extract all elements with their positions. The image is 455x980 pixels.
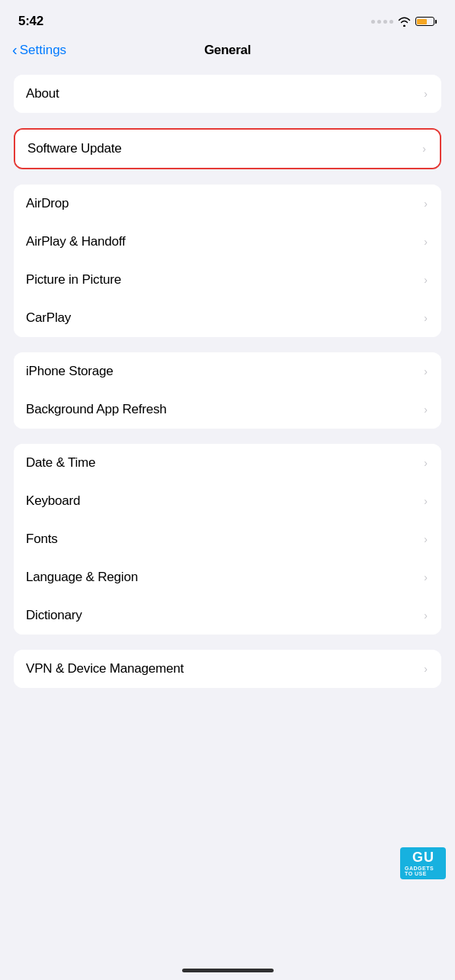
home-indicator (182, 969, 274, 972)
settings-list: About›Software Update›AirDrop›AirPlay & … (0, 67, 455, 711)
settings-item-label-fonts: Fonts (26, 532, 58, 547)
chevron-right-icon: › (424, 663, 428, 675)
chevron-right-icon: › (424, 274, 428, 286)
settings-item-label-background-app-refresh: Background App Refresh (26, 402, 167, 417)
settings-item-label-about: About (26, 86, 59, 101)
chevron-right-icon: › (424, 312, 428, 324)
settings-item-fonts[interactable]: Fonts› (14, 520, 441, 558)
page-title: General (204, 43, 251, 58)
section-software-update: Software Update› (14, 128, 441, 169)
chevron-right-icon: › (424, 609, 428, 622)
settings-item-keyboard[interactable]: Keyboard› (14, 482, 441, 520)
chevron-right-icon: › (424, 198, 428, 210)
settings-item-vpn-device-management[interactable]: VPN & Device Management› (14, 650, 441, 688)
settings-item-label-date-time: Date & Time (26, 455, 95, 471)
settings-item-date-time[interactable]: Date & Time› (14, 444, 441, 482)
settings-item-label-picture-in-picture: Picture in Picture (26, 272, 121, 288)
settings-item-airdrop[interactable]: AirDrop› (14, 185, 441, 223)
section-vpn: VPN & Device Management› (14, 650, 441, 688)
watermark-letters: GU (412, 850, 434, 864)
chevron-right-icon: › (424, 495, 428, 507)
chevron-right-icon: › (424, 457, 428, 469)
section-storage: iPhone Storage›Background App Refresh› (14, 352, 441, 429)
chevron-right-icon: › (424, 236, 428, 248)
chevron-right-icon: › (424, 403, 428, 416)
settings-item-language-region[interactable]: Language & Region› (14, 558, 441, 596)
settings-item-label-iphone-storage: iPhone Storage (26, 364, 113, 379)
settings-item-about[interactable]: About› (14, 75, 441, 113)
chevron-right-icon: › (422, 143, 426, 155)
settings-item-label-vpn-device-management: VPN & Device Management (26, 661, 184, 676)
battery-icon (415, 17, 437, 26)
nav-bar: ‹ Settings General (0, 37, 455, 67)
signal-icon (371, 20, 393, 24)
chevron-right-icon: › (424, 88, 428, 100)
settings-item-software-update[interactable]: Software Update› (15, 130, 440, 168)
settings-item-label-software-update: Software Update (27, 141, 122, 156)
settings-item-airplay-handoff[interactable]: AirPlay & Handoff› (14, 223, 441, 261)
settings-item-dictionary[interactable]: Dictionary› (14, 596, 441, 635)
settings-item-label-airdrop: AirDrop (26, 196, 69, 211)
wifi-icon (398, 17, 411, 27)
section-connectivity: AirDrop›AirPlay & Handoff›Picture in Pic… (14, 185, 441, 337)
settings-item-label-language-region: Language & Region (26, 570, 138, 585)
chevron-right-icon: › (424, 533, 428, 545)
settings-item-label-carplay: CarPlay (26, 310, 71, 326)
back-chevron-icon: ‹ (12, 41, 18, 59)
watermark: GU GADGETS TO USE (400, 847, 446, 881)
settings-item-picture-in-picture[interactable]: Picture in Picture› (14, 261, 441, 299)
watermark-text: GADGETS TO USE (405, 866, 441, 876)
section-language: Date & Time›Keyboard›Fonts›Language & Re… (14, 444, 441, 635)
settings-item-carplay[interactable]: CarPlay› (14, 299, 441, 337)
chevron-right-icon: › (424, 365, 428, 378)
back-label: Settings (20, 43, 66, 58)
back-button[interactable]: ‹ Settings (12, 42, 66, 59)
settings-item-label-keyboard: Keyboard (26, 493, 80, 509)
settings-item-iphone-storage[interactable]: iPhone Storage› (14, 352, 441, 390)
status-time: 5:42 (18, 14, 43, 29)
settings-item-label-dictionary: Dictionary (26, 608, 82, 623)
settings-item-label-airplay-handoff: AirPlay & Handoff (26, 234, 125, 249)
chevron-right-icon: › (424, 571, 428, 583)
status-bar: 5:42 (0, 0, 455, 37)
settings-item-background-app-refresh[interactable]: Background App Refresh› (14, 390, 441, 429)
status-icons (371, 17, 437, 27)
section-about: About› (14, 75, 441, 113)
